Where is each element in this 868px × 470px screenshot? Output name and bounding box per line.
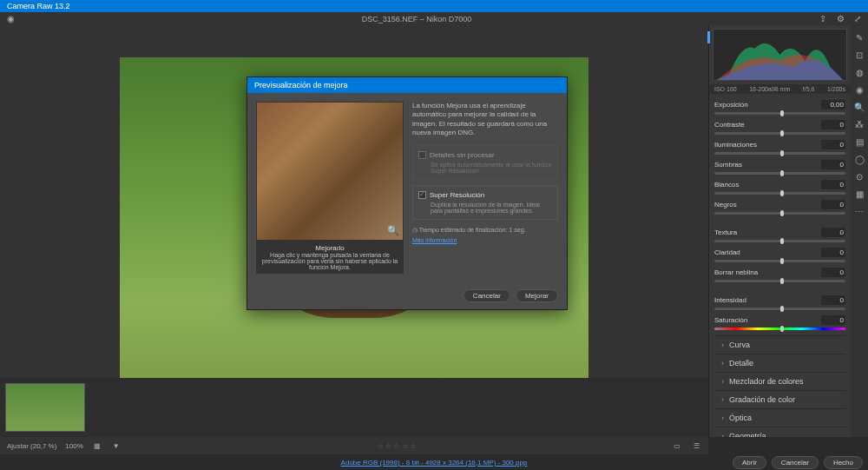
file-title: DSC_3156.NEF – Nikon D7000 [16, 15, 818, 23]
filter-icon[interactable]: ▼ [111, 440, 122, 451]
slider-negros[interactable] [714, 212, 845, 215]
scroll-indicator [707, 31, 710, 43]
presets-icon[interactable]: ▦ [854, 189, 865, 199]
slider-intensidad[interactable] [714, 308, 845, 310]
accordion-gradacion[interactable]: Gradación de color [714, 390, 845, 408]
redeye-icon[interactable]: ⊙ [854, 171, 865, 182]
dialog-intro: La función Mejora usa el aprendizaje aut… [412, 102, 558, 138]
preview-image[interactable]: 🔍 [256, 102, 404, 241]
preview-title: Mejorado [260, 244, 400, 252]
filmstrip [0, 378, 708, 437]
search-icon[interactable]: 🔍 [854, 102, 865, 112]
slider-iluminaciones[interactable] [714, 152, 845, 155]
checkbox-super[interactable] [418, 191, 426, 199]
zoom-label[interactable]: 100% [65, 442, 82, 450]
checkbox-raw [418, 151, 426, 159]
more-info-link[interactable]: Más información [412, 237, 457, 243]
accordion-curva[interactable]: Curva [714, 335, 845, 354]
slider-contraste[interactable] [714, 132, 845, 135]
option-super-resolution[interactable]: Super Resolución Duplica la resolución d… [412, 185, 558, 220]
home-icon[interactable]: ◉ [5, 14, 16, 24]
bottombar: Ajustar (20,7 %) 100% ▦ ▼ ☆ ☆ ☆ ☆ ☆ ▭ ☰ [0, 437, 708, 454]
fit-label[interactable]: Ajustar (20,7 %) [7, 442, 56, 450]
accordion-detalle[interactable]: Detalle [714, 354, 845, 372]
topbar: ◉ DSC_3156.NEF – Nikon D7000 ⇪ ⚙ ⤢ [0, 12, 868, 25]
accordion-optica[interactable]: Óptica [714, 408, 845, 427]
label-exposicion: Exposición [714, 101, 748, 109]
grid-icon[interactable]: ▦ [92, 440, 102, 451]
dialog-cancel-button[interactable]: Cancelar [464, 289, 510, 302]
rating-stars[interactable]: ☆ ☆ ☆ ☆ ☆ [378, 442, 416, 450]
app-title: Camera Raw 13.2 [7, 2, 70, 10]
enhance-dialog: Previsualización de mejora 🔍 Mejorado Ha… [247, 76, 568, 310]
done-button[interactable]: Hecho [824, 456, 863, 469]
slider-saturacion[interactable] [714, 328, 845, 330]
file-info[interactable]: Adobe RGB (1998) - 8 bit - 4928 x 3264 (… [341, 459, 528, 467]
crop-icon[interactable]: ⊡ [854, 50, 865, 60]
sidebar-tools: ✎ ⊡ ◍ ◉ 🔍 ⁂ ▤ ◯ ⊙ ▦ ⋯ [851, 25, 868, 437]
slider-sombras[interactable] [714, 172, 845, 175]
edit-sidebar: ISO 16018-200a98 mmf/5,61/200s Exposició… [708, 25, 851, 437]
strip-icon[interactable]: ▭ [672, 440, 682, 451]
thumbnail[interactable] [5, 383, 85, 432]
gear-icon[interactable]: ⚙ [835, 14, 845, 24]
eye-icon[interactable]: ◉ [854, 84, 865, 95]
accordion-geometria[interactable]: Geometría [714, 427, 845, 437]
brush-icon[interactable]: ⁂ [854, 119, 865, 129]
histogram[interactable] [713, 29, 847, 81]
cancel-button[interactable]: Cancelar [772, 456, 819, 469]
zoom-icon[interactable]: 🔍 [387, 225, 399, 236]
preview-desc: Haga clic y mantenga pulsada la ventana … [260, 252, 400, 270]
layout-icon[interactable]: ☰ [691, 440, 701, 451]
slider-exposicion[interactable] [714, 112, 845, 115]
dialog-enhance-button[interactable]: Mejorar [516, 289, 558, 302]
meta-row: ISO 16018-200a98 mmf/5,61/200s [709, 84, 851, 94]
slider-blancos[interactable] [714, 192, 845, 195]
accordion-mezclador[interactable]: Mezclador de colores [714, 372, 845, 390]
edit-icon[interactable]: ✎ [854, 32, 865, 43]
slider-textura[interactable] [714, 240, 845, 242]
option-raw-details: Detalles sin procesar Se aplica automáti… [412, 145, 558, 180]
clock-icon: ◷ [412, 227, 418, 233]
estimate-text: Tiempo estimado de finalización: 1 seg. [419, 227, 526, 233]
share-icon[interactable]: ⇪ [818, 14, 828, 24]
slider-neblina[interactable] [714, 280, 845, 282]
gradient-icon[interactable]: ▤ [854, 136, 865, 147]
more-icon[interactable]: ⋯ [854, 206, 865, 216]
expand-icon[interactable]: ⤢ [852, 14, 863, 24]
heal-icon[interactable]: ◍ [854, 67, 865, 77]
radial-icon[interactable]: ◯ [854, 154, 865, 164]
open-button[interactable]: Abrir [733, 456, 766, 469]
slider-claridad[interactable] [714, 260, 845, 262]
titlebar: Camera Raw 13.2 [0, 0, 868, 12]
dialog-title: Previsualización de mejora [247, 77, 567, 93]
